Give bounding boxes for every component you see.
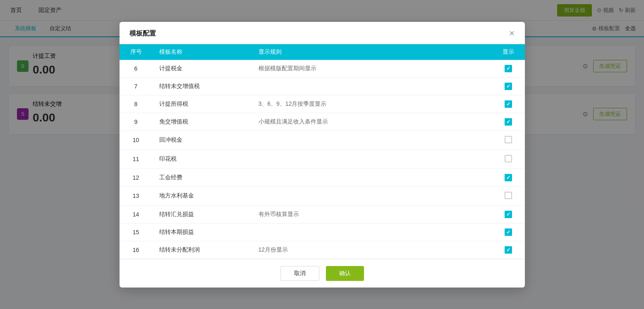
table-row: 16结转未分配利润12月份显示 xyxy=(120,241,525,259)
modal-footer: 取消 确认 xyxy=(120,259,525,288)
checkbox-10[interactable] xyxy=(505,136,512,143)
checkbox-12[interactable] xyxy=(505,174,512,181)
table-row: 9免交增值税小规模且满足收入条件显示 xyxy=(120,113,525,131)
cell-rule: 根据模版配置期间显示 xyxy=(252,60,492,78)
cell-checkbox[interactable] xyxy=(492,77,525,95)
col-name: 模板名称 xyxy=(153,44,252,60)
cell-rule: 小规模且满足收入条件显示 xyxy=(252,113,492,131)
checkbox-11[interactable] xyxy=(505,155,512,162)
cell-name: 回冲税金 xyxy=(153,131,252,150)
checkbox-7[interactable] xyxy=(505,83,512,90)
cancel-button[interactable]: 取消 xyxy=(280,266,319,281)
checkbox-16[interactable] xyxy=(505,246,512,254)
cell-checkbox[interactable] xyxy=(492,113,525,131)
cell-name: 结转本期损益 xyxy=(153,223,252,241)
table-row: 6计提税金根据模版配置期间显示 xyxy=(120,60,525,78)
cell-checkbox[interactable] xyxy=(492,186,525,205)
cell-name: 计提所得税 xyxy=(153,95,252,113)
table-row: 13地方水利基金 xyxy=(120,186,525,205)
cell-index: 11 xyxy=(120,150,153,169)
col-show: 显示 xyxy=(492,44,525,60)
table-header: 序号 模板名称 显示规则 显示 xyxy=(120,44,525,60)
cell-index: 16 xyxy=(120,241,153,259)
cell-index: 7 xyxy=(120,77,153,95)
modal-header: 模板配置 ✕ xyxy=(120,22,525,44)
modal-template-config: 模板配置 ✕ 序号 模板名称 显示规则 显示 6计提税金根据模版配置期间显示7结… xyxy=(120,22,525,288)
cell-checkbox[interactable] xyxy=(492,150,525,169)
cell-rule xyxy=(252,77,492,95)
table-row: 8计提所得税3、6、9、12月按季度显示 xyxy=(120,95,525,113)
table-row: 11印花税 xyxy=(120,150,525,169)
cell-name: 免交增值税 xyxy=(153,113,252,131)
col-rule: 显示规则 xyxy=(252,44,492,60)
checkbox-9[interactable] xyxy=(505,118,512,126)
cell-rule: 3、6、9、12月按季度显示 xyxy=(252,95,492,113)
cell-index: 15 xyxy=(120,223,153,241)
cell-rule: 有外币核算显示 xyxy=(252,205,492,223)
table-row: 7结转未交增值税 xyxy=(120,77,525,95)
cell-checkbox[interactable] xyxy=(492,131,525,150)
table-row: 10回冲税金 xyxy=(120,131,525,150)
confirm-button[interactable]: 确认 xyxy=(326,266,364,281)
cell-name: 印花税 xyxy=(153,150,252,169)
table-row: 14结转汇兑损益有外币核算显示 xyxy=(120,205,525,223)
cell-name: 地方水利基金 xyxy=(153,186,252,205)
cell-checkbox[interactable] xyxy=(492,169,525,186)
cell-name: 工会经费 xyxy=(153,169,252,186)
table-body: 6计提税金根据模版配置期间显示7结转未交增值税8计提所得税3、6、9、12月按季… xyxy=(120,60,525,259)
cell-index: 12 xyxy=(120,169,153,186)
config-table: 序号 模板名称 显示规则 显示 6计提税金根据模版配置期间显示7结转未交增值税8… xyxy=(120,44,525,259)
cell-checkbox[interactable] xyxy=(492,95,525,113)
cell-name: 结转未交增值税 xyxy=(153,77,252,95)
modal-title: 模板配置 xyxy=(129,29,156,38)
modal-overlay: 模板配置 ✕ 序号 模板名称 显示规则 显示 6计提税金根据模版配置期间显示7结… xyxy=(0,0,644,309)
cell-checkbox[interactable] xyxy=(492,60,525,78)
cell-checkbox[interactable] xyxy=(492,205,525,223)
col-index: 序号 xyxy=(120,44,153,60)
cell-rule xyxy=(252,169,492,186)
checkbox-14[interactable] xyxy=(505,211,512,218)
cell-checkbox[interactable] xyxy=(492,223,525,241)
cell-index: 6 xyxy=(120,60,153,78)
cell-rule xyxy=(252,223,492,241)
checkbox-13[interactable] xyxy=(505,192,512,199)
cell-index: 10 xyxy=(120,131,153,150)
checkbox-8[interactable] xyxy=(505,100,512,108)
cell-name: 结转汇兑损益 xyxy=(153,205,252,223)
cell-index: 14 xyxy=(120,205,153,223)
checkbox-6[interactable] xyxy=(505,65,512,72)
cell-index: 13 xyxy=(120,186,153,205)
cell-rule: 12月份显示 xyxy=(252,241,492,259)
cell-checkbox[interactable] xyxy=(492,241,525,259)
cell-rule xyxy=(252,150,492,169)
cell-index: 8 xyxy=(120,95,153,113)
cell-index: 9 xyxy=(120,113,153,131)
modal-body[interactable]: 序号 模板名称 显示规则 显示 6计提税金根据模版配置期间显示7结转未交增值税8… xyxy=(120,44,525,259)
modal-close-button[interactable]: ✕ xyxy=(509,30,515,37)
table-row: 15结转本期损益 xyxy=(120,223,525,241)
checkbox-15[interactable] xyxy=(505,228,512,236)
cell-name: 计提税金 xyxy=(153,60,252,78)
cell-rule xyxy=(252,186,492,205)
table-row: 12工会经费 xyxy=(120,169,525,186)
cell-rule xyxy=(252,131,492,150)
cell-name: 结转未分配利润 xyxy=(153,241,252,259)
